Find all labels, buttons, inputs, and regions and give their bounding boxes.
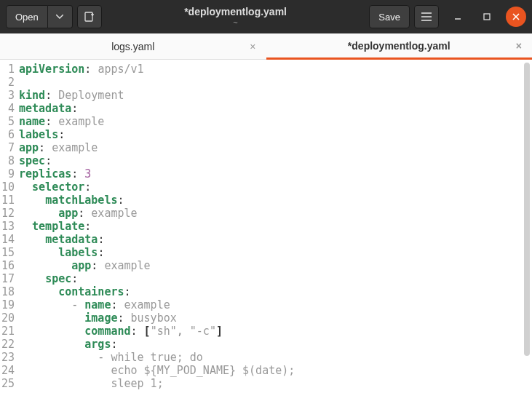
line-content[interactable]: args: [19, 338, 532, 351]
window-title: *deploymentlog.yaml [106, 7, 365, 17]
line-number: 11 [0, 194, 19, 207]
editor-wrap: 1apiVersion: apps/v123kind: Deployment4m… [0, 60, 532, 393]
tab-close-icon[interactable]: × [250, 41, 255, 52]
window-title-area: *deploymentlog.yaml ~ [106, 7, 365, 26]
code-line: 15 labels: [0, 246, 532, 259]
line-content[interactable]: - while true; do [19, 351, 532, 364]
code-line: 5name: example [0, 115, 532, 128]
line-number: 12 [0, 207, 19, 220]
tab-close-icon[interactable]: × [516, 40, 522, 52]
code-line: 16 app: example [0, 259, 532, 272]
line-content[interactable]: metadata: [19, 233, 532, 246]
code-line: 14 metadata: [0, 233, 532, 246]
code-line: 13 template: [0, 220, 532, 233]
line-content[interactable]: echo ${MY_POD_NAME} $(date); [19, 364, 532, 377]
code-line: 18 containers: [0, 285, 532, 298]
line-content[interactable]: image: busybox [19, 311, 532, 325]
line-content[interactable]: app: example [19, 141, 532, 154]
code-line: 19 - name: example [0, 298, 532, 311]
line-number: 1 [0, 63, 19, 76]
line-content[interactable]: - name: example [19, 298, 532, 311]
vertical-scrollbar[interactable] [524, 63, 530, 356]
line-content[interactable]: app: example [19, 207, 532, 220]
open-label: Open [15, 12, 39, 23]
code-line: 4metadata: [0, 102, 532, 115]
line-content[interactable]: name: example [19, 115, 532, 128]
line-content[interactable]: replicas: 3 [19, 167, 532, 180]
code-line: 9replicas: 3 [0, 167, 532, 180]
new-tab-icon [84, 12, 95, 22]
titlebar: Open *deploymentlog.yaml ~ Save [0, 0, 532, 33]
minimize-icon [454, 13, 461, 20]
line-content[interactable]: command: ["sh", "-c"] [19, 325, 532, 338]
code-line: 23 - while true; do [0, 351, 532, 364]
line-content[interactable]: kind: Deployment [19, 89, 532, 102]
tab-file[interactable]: logs.yaml× [0, 33, 266, 59]
line-number: 3 [0, 89, 19, 102]
line-number: 22 [0, 338, 19, 351]
line-number: 20 [0, 311, 19, 325]
line-content[interactable]: selector: [19, 180, 532, 194]
line-number: 21 [0, 325, 19, 338]
tab-label: *deploymentlog.yaml [348, 40, 450, 52]
line-content[interactable]: spec: [19, 154, 532, 167]
line-content[interactable]: spec: [19, 272, 532, 285]
line-number: 6 [0, 128, 19, 141]
line-number: 8 [0, 154, 19, 167]
line-content[interactable]: metadata: [19, 102, 532, 115]
text-editor[interactable]: 1apiVersion: apps/v123kind: Deployment4m… [0, 60, 532, 393]
window-close-button[interactable] [506, 7, 526, 27]
line-number: 10 [0, 180, 19, 194]
line-number: 4 [0, 102, 19, 115]
line-content[interactable]: app: example [19, 259, 532, 272]
line-number: 25 [0, 377, 19, 390]
save-button[interactable]: Save [369, 5, 410, 28]
line-number: 19 [0, 298, 19, 311]
code-line: 8spec: [0, 154, 532, 167]
line-number: 14 [0, 233, 19, 246]
line-number: 5 [0, 115, 19, 128]
window-minimize-button[interactable] [448, 7, 468, 27]
hamburger-menu-button[interactable] [414, 5, 439, 28]
code-line: 11 matchLabels: [0, 194, 532, 207]
code-line: 17 spec: [0, 272, 532, 285]
line-content[interactable]: template: [19, 220, 532, 233]
line-number: 24 [0, 364, 19, 377]
line-number: 18 [0, 285, 19, 298]
line-content[interactable]: labels: [19, 128, 532, 141]
line-content[interactable]: sleep 1; [19, 377, 532, 390]
svg-rect-0 [85, 12, 92, 21]
line-content[interactable]: containers: [19, 285, 532, 298]
save-label: Save [378, 12, 400, 23]
open-group: Open [6, 5, 73, 28]
open-dropdown-button[interactable] [48, 5, 73, 28]
open-button[interactable]: Open [6, 5, 48, 28]
code-line: 3kind: Deployment [0, 89, 532, 102]
line-content[interactable]: apiVersion: apps/v1 [19, 63, 532, 76]
window-subtitle: ~ [106, 18, 365, 27]
code-line: 1apiVersion: apps/v1 [0, 63, 532, 76]
code-line: 2 [0, 76, 532, 89]
line-number: 9 [0, 167, 19, 180]
line-number: 23 [0, 351, 19, 364]
tab-label: logs.yaml [111, 41, 154, 52]
code-line: 7app: example [0, 141, 532, 154]
line-number: 7 [0, 141, 19, 154]
code-line: 21 command: ["sh", "-c"] [0, 325, 532, 338]
line-content[interactable]: labels: [19, 246, 532, 259]
window-maximize-button[interactable] [477, 7, 497, 27]
line-content[interactable]: matchLabels: [19, 194, 532, 207]
code-line: 22 args: [0, 338, 532, 351]
chevron-down-icon [56, 15, 63, 19]
new-tab-button[interactable] [77, 5, 102, 28]
line-number: 16 [0, 259, 19, 272]
svg-rect-7 [484, 14, 490, 20]
code-line: 20 image: busybox [0, 311, 532, 325]
code-line: 10 selector: [0, 180, 532, 194]
close-icon [512, 13, 520, 20]
tabbar: logs.yaml×*deploymentlog.yaml× [0, 33, 532, 60]
tab-file[interactable]: *deploymentlog.yaml× [266, 33, 533, 60]
code-line: 25 sleep 1; [0, 377, 532, 390]
line-content[interactable] [19, 76, 532, 89]
line-number: 17 [0, 272, 19, 285]
